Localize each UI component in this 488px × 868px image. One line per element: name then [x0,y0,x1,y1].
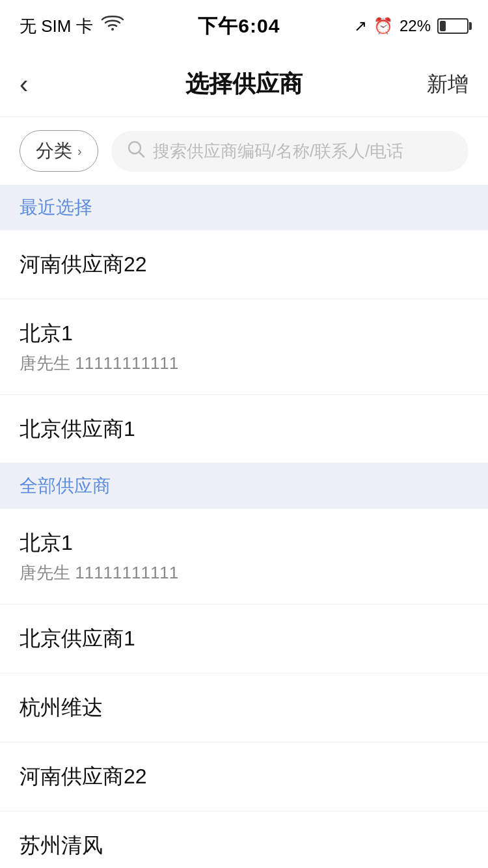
location-icon: ↗ [354,17,367,35]
search-box[interactable]: 搜索供应商编码/名称/联系人/电话 [111,131,468,172]
category-button[interactable]: 分类 › [20,130,98,172]
recent-list-item[interactable]: 北京供应商1 [0,395,488,464]
all-item-name: 北京供应商1 [20,624,468,653]
all-item-name: 杭州维达 [20,693,468,722]
recent-item-name: 北京供应商1 [20,414,468,444]
recent-item-sub: 唐先生 11111111111 [20,352,468,375]
status-time: 下午6:04 [198,13,280,40]
all-list-item[interactable]: 北京1唐先生 11111111111 [0,509,488,604]
battery-fill [440,21,446,31]
all-item-name: 北京1 [20,528,468,558]
recent-list-item[interactable]: 北京1唐先生 11111111111 [0,299,488,395]
add-button[interactable]: 新增 [416,70,468,99]
all-items-list: 北京1唐先生 11111111111北京供应商1杭州维达河南供应商22苏州清风 [0,509,488,868]
chevron-right-icon: › [77,144,82,159]
all-item-name: 河南供应商22 [20,762,468,791]
all-section-header: 全部供应商 [0,463,488,509]
all-item-sub: 唐先生 11111111111 [20,562,468,584]
recent-section-label: 最近选择 [20,197,92,217]
recent-section-header: 最近选择 [0,185,488,230]
alarm-icon: ⏰ [373,17,393,35]
all-section-label: 全部供应商 [20,476,111,496]
all-list-item[interactable]: 苏州清风 [0,811,488,868]
status-bar: 无 SIM 卡 下午6:04 ↗ ⏰ 22% [0,0,488,52]
nav-title: 选择供应商 [185,68,303,100]
carrier-text: 无 SIM 卡 [20,15,93,38]
recent-list-item[interactable]: 河南供应商22 [0,230,488,299]
status-left: 无 SIM 卡 [20,15,124,38]
battery-pct: 22% [400,17,431,35]
back-button[interactable]: ‹ [20,70,72,99]
all-item-name: 苏州清风 [20,831,468,860]
all-list-item[interactable]: 杭州维达 [0,673,488,742]
recent-item-name: 北京1 [20,319,468,348]
recent-item-name: 河南供应商22 [20,250,468,279]
search-placeholder: 搜索供应商编码/名称/联系人/电话 [153,140,404,163]
recent-items-list: 河南供应商22北京1唐先生 11111111111北京供应商1 [0,230,488,463]
svg-line-1 [139,152,144,157]
all-list-item[interactable]: 北京供应商1 [0,604,488,673]
status-right: ↗ ⏰ 22% [354,17,468,35]
wifi-icon [101,15,124,38]
filter-row: 分类 › 搜索供应商编码/名称/联系人/电话 [0,117,488,185]
category-label: 分类 [36,139,72,163]
battery-icon [437,18,468,34]
nav-bar: ‹ 选择供应商 新增 [0,52,488,117]
all-list-item[interactable]: 河南供应商22 [0,742,488,811]
search-icon [127,140,145,163]
